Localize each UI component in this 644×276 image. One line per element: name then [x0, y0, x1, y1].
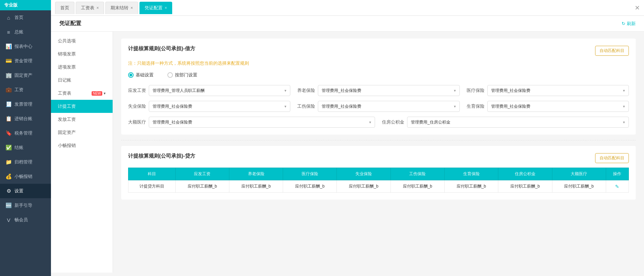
sidebar-item-capital[interactable]: 💳 资金管理 [0, 54, 51, 68]
tab-label: 首页 [60, 5, 69, 11]
auto-match-button-2[interactable]: 自动匹配科目 [595, 153, 629, 163]
sidebar-item-settings[interactable]: ⚙ 设置 [0, 184, 51, 198]
field-select-salary[interactable]: 管理费用_管理人员职工薪酬 ▾ [149, 85, 290, 96]
left-nav-item-fixed-assets2[interactable]: 固定资产 [51, 126, 113, 139]
close-period-icon: ✅ [6, 145, 12, 151]
select-value-maternity: 管理费用_社会保险费 [491, 104, 623, 109]
field-select-housing[interactable]: 管理费用_住房公积金 ▾ [407, 117, 629, 128]
field-label-salary: 应发工资 [128, 87, 146, 94]
select-value-unemployment: 管理费用_社会保险费 [153, 104, 284, 109]
left-nav-item-sales-invoice[interactable]: 销项发票 [51, 47, 113, 61]
select-value-major-medical: 管理费用_社会保险费 [153, 119, 369, 125]
left-nav-item-purchase-invoice[interactable]: 进项发票 [51, 61, 113, 74]
sidebar-item-archive[interactable]: 📁 归档管理 [0, 155, 51, 169]
sidebar-item-general-ledger[interactable]: ≡ 总账 [0, 25, 51, 39]
section2-header: 计提核算规则(公司承担)-贷方 自动匹配科目 [128, 153, 629, 163]
col-pension: 养老保险 [229, 168, 283, 180]
sidebar-item-label: 发票管理 [14, 101, 32, 107]
refresh-icon: ↻ [622, 21, 625, 26]
field-select-injury[interactable]: 管理费用_社会保险费 ▾ [318, 101, 459, 112]
left-nav-item-payroll-table[interactable]: 工资表 NEW ▾ [51, 87, 113, 100]
left-nav-item-distribute-salary[interactable]: 发放工资 [51, 113, 113, 126]
chart-icon: 📊 [6, 43, 12, 50]
col-major-medical: 大额医疗 [552, 168, 606, 180]
field-select-major-medical[interactable]: 管理费用_社会保险费 ▾ [149, 117, 375, 128]
tab-voucher-config[interactable]: 凭证配置 × [139, 2, 172, 14]
cell-subject: 计提贷方科目 [128, 180, 176, 193]
field-select-medical[interactable]: 管理费用_社会保险费 ▾ [487, 85, 629, 96]
cell-maternity: 应付职工薪酬_b [444, 180, 498, 193]
sidebar-item-label: 固定资产 [14, 72, 32, 78]
section-credit: 计提核算规则(公司承担)-贷方 自动匹配科目 科目 应发工资 养老保险 医疗保险… [121, 146, 636, 200]
chevron-down-icon: ▾ [284, 88, 287, 93]
left-nav-item-public-options[interactable]: 公共选项 [51, 34, 113, 47]
radio-basic[interactable]: 基础设置 [128, 72, 154, 78]
section-debit: 计提核算规则(公司承担)-借方 自动匹配科目 注：只能选择一种方式，系统将按照您… [121, 39, 636, 135]
field-pension: 养老保险 管理费用_社会保险费 ▾ [297, 85, 459, 96]
chevron-down-icon: ▾ [623, 88, 625, 93]
form-grid-row3: 大额医疗 管理费用_社会保险费 ▾ 住房公积金 管理费用_住房公积金 ▾ [128, 117, 629, 128]
left-nav-label: 公共选项 [58, 38, 76, 44]
col-salary: 应发工资 [175, 168, 229, 180]
col-action: 操作 [606, 168, 629, 180]
field-unemployment: 失业保险 管理费用_社会保险费 ▾ [128, 101, 290, 112]
auto-match-button-1[interactable]: 自动匹配科目 [595, 46, 629, 56]
cell-action[interactable]: ✎ [606, 180, 629, 193]
sidebar-item-salary[interactable]: 💼 工资 [0, 83, 51, 97]
cell-salary: 应付职工薪酬_b [175, 180, 229, 193]
left-nav-item-journal[interactable]: 日记账 [51, 74, 113, 87]
sales-icon: 📋 [6, 116, 12, 122]
member-icon: V [6, 217, 12, 223]
section1-note: 注：只能选择一种方式，系统将按照您当前的选择来配置规则 [128, 60, 629, 66]
invoice-icon: 🧾 [6, 101, 12, 107]
select-value-medical: 管理费用_社会保险费 [491, 88, 623, 94]
sidebar-item-reports[interactable]: 📊 报表中心 [0, 39, 51, 54]
sidebar-item-member[interactable]: V 畅会员 [0, 213, 51, 227]
left-nav: 公共选项 销项发票 进项发票 日记账 工资表 NEW ▾ [51, 32, 113, 273]
window-close-icon[interactable]: ✕ [635, 4, 640, 12]
sidebar-item-purchase-sales[interactable]: 📋 进销台账 [0, 112, 51, 126]
close-icon[interactable]: × [96, 6, 99, 10]
cell-major-medical: 应付职工薪酬_b [552, 180, 606, 193]
radio-label-basic: 基础设置 [136, 72, 154, 78]
table-row: 计提贷方科目 应付职工薪酬_b 应付职工薪酬_b 应付职工薪酬_b 应付职工薪酬… [128, 180, 629, 193]
field-major-medical: 大额医疗 管理费用_社会保险费 ▾ [128, 117, 375, 128]
sidebar-item-label: 报表中心 [14, 43, 32, 50]
home-icon: ⌂ [6, 15, 12, 21]
sidebar-item-invoice[interactable]: 🧾 发票管理 [0, 97, 51, 112]
guide-icon: 🆕 [6, 202, 12, 209]
left-nav-item-accrual-salary[interactable]: 计提工资 [51, 100, 113, 113]
sidebar-item-label: 进销台账 [14, 116, 32, 122]
chevron-down-icon: ▾ [454, 104, 456, 109]
tab-home[interactable]: 首页 [55, 2, 74, 14]
page-header: 凭证配置 ↻ 刷新 [51, 16, 644, 32]
field-select-unemployment[interactable]: 管理费用_社会保险费 ▾ [149, 101, 290, 112]
credit-table: 科目 应发工资 养老保险 医疗保险 失业保险 工伤保险 生育保险 住房公积金 大… [128, 168, 629, 193]
sidebar-item-close[interactable]: ✅ 结账 [0, 140, 51, 155]
sidebar-item-guide[interactable]: 🆕 新手引导 [0, 198, 51, 213]
sidebar-item-tax[interactable]: 🔖 税务管理 [0, 126, 51, 140]
radio-dept[interactable]: 按部门设置 [167, 72, 197, 78]
page-title: 凭证配置 [59, 20, 81, 27]
field-label-housing: 住房公积金 [382, 119, 404, 125]
left-nav-item-expense2[interactable]: 小畅报销 [51, 139, 113, 152]
sidebar-item-expense[interactable]: 💰 小畅报销 [0, 169, 51, 184]
settings-icon: ⚙ [6, 188, 12, 194]
tab-payroll[interactable]: 工资表 × [76, 2, 104, 14]
close-icon[interactable]: × [165, 6, 167, 10]
refresh-button[interactable]: ↻ 刷新 [622, 21, 636, 27]
chevron-down-icon: ▾ [623, 120, 625, 125]
sidebar-item-fixed-assets[interactable]: 🏢 固定资产 [0, 68, 51, 83]
tab-period-close[interactable]: 期末结转 × [105, 2, 138, 14]
edit-icon[interactable]: ✎ [615, 184, 619, 189]
field-salary: 应发工资 管理费用_管理人员职工薪酬 ▾ [128, 85, 290, 96]
field-select-maternity[interactable]: 管理费用_社会保险费 ▾ [487, 101, 629, 112]
section2-title: 计提核算规则(公司承担)-贷方 [128, 153, 195, 159]
sidebar-item-home[interactable]: ⌂ 首页 [0, 10, 51, 25]
col-injury: 工伤保险 [391, 168, 444, 180]
sidebar-item-label: 设置 [14, 188, 23, 194]
chevron-down-icon: ▾ [104, 91, 106, 96]
field-select-pension[interactable]: 管理费用_社会保险费 ▾ [318, 85, 459, 96]
close-icon[interactable]: × [131, 6, 133, 10]
select-value-injury: 管理费用_社会保险费 [322, 104, 454, 109]
